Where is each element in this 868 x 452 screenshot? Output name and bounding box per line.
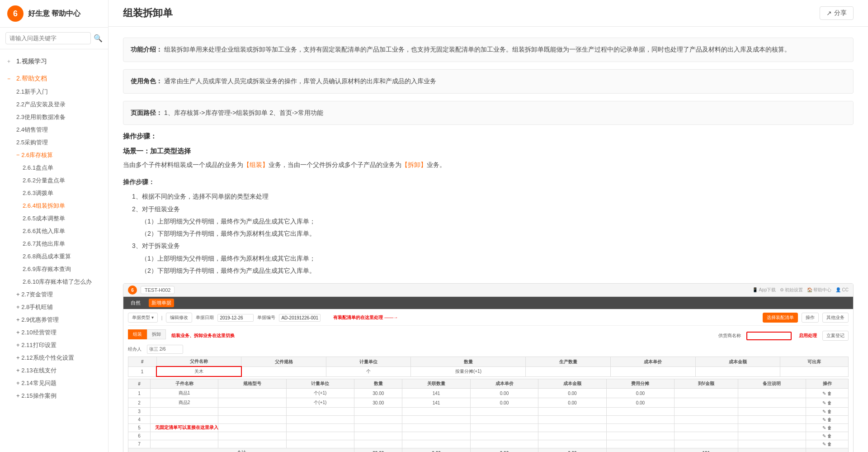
sidebar-item-purchase[interactable]: 2.5采购管理	[0, 136, 108, 149]
sidebar-item-other-out[interactable]: 2.6.7其他出库单	[0, 238, 108, 250]
plus-icon: +	[7, 58, 14, 65]
sidebar-item-print[interactable]: + 2.11打印设置	[0, 339, 108, 352]
annotation2-text: 组装业务、拆卸业务在这里切换	[171, 333, 235, 339]
sidebar-item-mobile[interactable]: + 2.8手机旺辅	[0, 301, 108, 314]
step2-sub2: （2）下部明细为子件明细，最终作为原材料生成其它出库单。	[141, 228, 854, 239]
sidebar-item-coupon[interactable]: + 2.9优惠券管理	[0, 314, 108, 326]
sidebar-item-adjust[interactable]: 2.6.3调拨单	[0, 187, 108, 200]
scenario1-desc: 当由多个子件材料组装成一个成品的业务为【组装】业务，当由一个父件拆分成多个子产品…	[123, 159, 854, 171]
sidebar-item-cost-calc[interactable]: 2.6.8商品成本重算	[0, 250, 108, 263]
mock-screen-inner: 6 TEST-H002 📱 App下载 ⚙ 初始设置 🏠 帮助中心 👤 CC 自…	[123, 284, 853, 452]
sidebar-item-split[interactable]: 2.6.2分量盘点单	[0, 174, 108, 187]
mock-supplier-label: 供货商名称	[718, 333, 741, 339]
cell-unit: 个	[326, 366, 411, 376]
sidebar-item-newbie[interactable]: 2.1新手入门	[0, 86, 108, 98]
col-c-fee: 费用分摊	[606, 379, 674, 389]
mock-sep: |	[161, 315, 163, 320]
page-title: 组装拆卸单	[123, 6, 173, 20]
col-c-ops: 操作	[806, 379, 849, 389]
sidebar-item-video-label: 1.视频学习	[16, 57, 47, 66]
sidebar-item-payment[interactable]: + 2.13在线支付	[0, 364, 108, 377]
sidebar-item-docs[interactable]: − 2.帮助文档	[0, 72, 108, 86]
step-list: 1、根据不同的业务，选择不同单据的类型来处理 2、对于组装业务 （1）上部明细为…	[123, 191, 854, 276]
cell-can-out	[780, 366, 849, 376]
mock-btn-more: 操作	[802, 313, 819, 323]
search-box: 🔍	[0, 28, 108, 49]
sidebar-item-data-prep[interactable]: 2.3使用前数据准备	[0, 111, 108, 124]
mock-btn-select-bom: 选择装配清单	[763, 313, 798, 323]
share-button[interactable]: ↗ 分享	[820, 6, 854, 20]
mock-nav: 自然 新增单据	[123, 297, 853, 309]
sidebar-item-other-in[interactable]: 2.6.6其他入库单	[0, 225, 108, 238]
col-c-cost-amt: 成本金额	[538, 379, 606, 389]
sidebar-item-error[interactable]: 2.6.10库存账本错了怎么办	[0, 276, 108, 288]
mock-table-parent: # 父件名称 父件规格 计量单位 数量 生产数量 成本单价 成本金额 可出库	[128, 357, 849, 377]
sidebar-item-custom[interactable]: + 2.12系统个性化设置	[0, 352, 108, 364]
sidebar-item-inventory[interactable]: − 2.6库存核算	[0, 149, 108, 162]
mock-toolbar: 单据类型 ▾ | 编辑修改 单据日期 2019-12-26 单据编号 AD-20…	[128, 313, 849, 326]
table-row: 1 商品1 个(+1) 30.00 141 0.00 0.00 0.00	[128, 389, 849, 398]
col-c-name: 子件名称	[150, 379, 218, 389]
app-logo: 6	[7, 5, 24, 22]
role-label: 使用角色：	[131, 77, 162, 85]
sidebar-item-install[interactable]: 2.2产品安装及登录	[0, 98, 108, 111]
col-qty: 数量	[411, 357, 526, 367]
sidebar-item-video[interactable]: + 1.视频学习	[0, 55, 108, 68]
search-input[interactable]	[5, 32, 91, 44]
table-row: 5✎ 🗑	[128, 424, 849, 432]
col-c-cost-price: 成本单价	[470, 379, 538, 389]
sidebar-nav: + 1.视频学习 − 2.帮助文档 2.1新手入门 2.2产品安装及登录 2.3…	[0, 49, 108, 452]
role-section: 使用角色： 通常由生产人员或库管人员完成拆装业务的操作，库管人员确认原材料的出库…	[123, 69, 854, 94]
col-unit: 计量单位	[326, 357, 411, 367]
step3-subs: （1）上部明细为父件明细，最终作为原材料生成其它出库单； （2）下部明细为子件明…	[141, 253, 854, 276]
mock-btn-confirm: 其他业务	[822, 313, 849, 323]
mock-tab-assembly: 组装	[128, 329, 147, 339]
mock-tab-disassembly: 拆卸	[147, 329, 166, 339]
cell-cost-price	[611, 366, 696, 376]
role-text: 通常由生产人员或库管人员完成拆装业务的操作，库管人员确认原材料的出库和产成品的入…	[164, 77, 436, 85]
mock-content: 单据类型 ▾ | 编辑修改 单据日期 2019-12-26 单据编号 AD-20…	[123, 309, 853, 452]
step3: 3、对于拆装业务	[132, 241, 854, 252]
col-c-qty: 数量	[354, 379, 402, 389]
path-section: 页面路径： 1、库存核算->库存管理->组装拆卸单 2、首页->常用功能	[123, 101, 854, 125]
highlight-disassembly: 【拆卸】	[401, 161, 427, 168]
cell-qty: 按量分摊(+1)	[411, 366, 526, 376]
sidebar-item-cases[interactable]: + 2.15操作案例	[0, 390, 108, 402]
path-label: 页面路径：	[131, 109, 162, 116]
table-row: 1 关木 个 按量分摊(+1)	[128, 366, 849, 376]
table-row: 4✎ 🗑	[128, 416, 849, 424]
cell-no: 1	[128, 366, 157, 376]
mock-topbar-icons: 📱 App下载 ⚙ 初始设置 🏠 帮助中心 👤 CC	[752, 287, 849, 293]
sidebar-item-fund[interactable]: + 2.7资金管理	[0, 288, 108, 301]
tabs-row: 组装 拆卸 组装业务、拆卸业务在这里切换 供货商名称 启用处理 立案登记	[128, 329, 849, 342]
mock-nav-new: 新增单据	[149, 299, 174, 307]
nav-section-video: + 1.视频学习	[0, 53, 108, 70]
feature-intro-section: 功能介绍： 组装拆卸单用来处理企业组装或拆卸等加工业务，支持有固定装配清单的产品…	[123, 38, 854, 62]
mock-btn-edit: 编辑修改	[166, 313, 192, 323]
mock-company: TEST-H002	[141, 286, 175, 294]
sidebar-item-sales[interactable]: 2.4销售管理	[0, 124, 108, 136]
main-content: 功能介绍： 组装拆卸单用来处理企业组装或拆卸等加工业务，支持有固定装配清单的产品…	[108, 27, 868, 452]
mock-no-label: 单据编号	[257, 314, 275, 321]
nav-section-docs: − 2.帮助文档 2.1新手入门 2.2产品安装及登录 2.3使用前数据准备 2…	[0, 70, 108, 404]
mock-no: AD-20191226-001	[279, 314, 321, 322]
col-parent-name: 父件名称	[156, 357, 241, 367]
sidebar-item-cost-adjust[interactable]: 2.6.5成本调整单	[0, 212, 108, 225]
cell-cost-amt	[695, 366, 780, 376]
sidebar-item-stocktake[interactable]: 2.6.1盘点单	[0, 162, 108, 174]
sidebar-item-assembly[interactable]: 2.6.4组装拆卸单	[0, 200, 108, 212]
col-no: #	[128, 357, 157, 367]
share-label: 分享	[834, 9, 847, 17]
cell-prod-qty	[526, 366, 611, 376]
app-title: 好生意 帮助中心	[28, 9, 80, 19]
step2-sub1: （1）上部明细为父件明细，最终作为产成品生成其它入库单；	[141, 216, 854, 227]
search-button[interactable]: 🔍	[94, 34, 103, 43]
table-row: 2 商品2 个(+1) 30.00 141 0.00 0.00 0.00	[128, 398, 849, 408]
mock-nav-home: 自然	[128, 299, 143, 307]
mock-supplier	[746, 332, 792, 340]
step1: 1、根据不同的业务，选择不同单据的类型来处理	[132, 191, 854, 202]
mock-date-label: 单据日期	[196, 314, 214, 321]
sidebar-item-faq[interactable]: + 2.14常见问题	[0, 377, 108, 390]
sidebar-item-ops[interactable]: + 2.10经营管理	[0, 326, 108, 339]
sidebar-item-account-check[interactable]: 2.6.9库存账本查询	[0, 263, 108, 276]
